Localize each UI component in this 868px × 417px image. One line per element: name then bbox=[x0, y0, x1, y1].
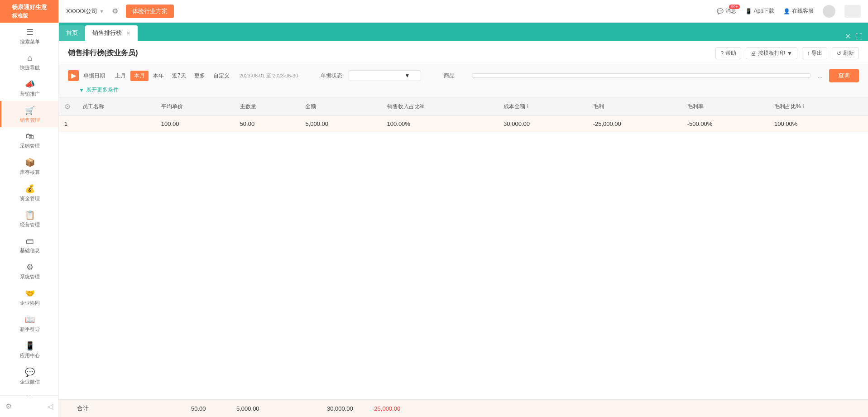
expand-filter-button[interactable]: ▶ bbox=[68, 70, 79, 81]
filter-row-1: ▶ 单据日期 上月 本月 本年 近7天 更多 自定义 2023-06-01 至 … bbox=[68, 69, 859, 82]
sidebar-label-8: 基础信息 bbox=[20, 247, 40, 254]
sidebar-label-5: 库存核算 bbox=[20, 169, 40, 176]
cell-qty: 50.00 bbox=[235, 116, 300, 132]
company-selector[interactable]: XXXXX公司 ▼ bbox=[66, 7, 104, 15]
sidebar-label-10: 企业协同 bbox=[20, 300, 40, 307]
goods-select[interactable] bbox=[472, 73, 811, 78]
sidebar-item-7[interactable]: 📋 经营管理 bbox=[0, 206, 58, 232]
status-chevron-icon: ▼ bbox=[404, 72, 410, 79]
refresh-icon: ↺ bbox=[837, 50, 841, 57]
sidebar-icon-5: 📦 bbox=[25, 158, 35, 168]
date-tab-this-month[interactable]: 本月 bbox=[130, 71, 149, 81]
page-header: 销售排行榜(按业务员) ? 帮助 🖨 按模板打印 ▼ ↑ 导出 bbox=[59, 41, 868, 64]
query-button[interactable]: 查询 bbox=[829, 69, 859, 82]
date-tab-7days[interactable]: 近7天 bbox=[168, 71, 190, 81]
sidebar-icon-13: 💬 bbox=[25, 367, 35, 377]
cell-gross-pct: 100.00% bbox=[769, 116, 868, 132]
user-menu[interactable] bbox=[844, 5, 861, 18]
sidebar-icon-7: 📋 bbox=[25, 210, 35, 220]
print-button[interactable]: 🖨 按模板打印 ▼ bbox=[746, 47, 797, 59]
tab-close-all-icon[interactable]: ✕ bbox=[845, 32, 851, 41]
sidebar-item-14[interactable]: V 畅会员 bbox=[0, 389, 58, 395]
filter-area: ▶ 单据日期 上月 本月 本年 近7天 更多 自定义 2023-06-01 至 … bbox=[59, 64, 868, 98]
sidebar-item-5[interactable]: 📦 库存核算 bbox=[0, 153, 58, 179]
footer-sales-pct bbox=[282, 405, 327, 412]
th-sales-pct: 销售收入占比% bbox=[382, 98, 499, 116]
settings-icon[interactable]: ⚙ bbox=[109, 5, 121, 18]
settings-footer-icon[interactable]: ⚙ bbox=[5, 402, 12, 411]
status-label: 单据状态 bbox=[321, 72, 344, 80]
tab-bar: 首页 销售排行榜 ✕ ✕ ⛶ bbox=[59, 23, 868, 41]
gross-pct-info-icon[interactable]: ℹ bbox=[802, 103, 805, 110]
sidebar-nav: ☰ 搜索菜单⌂ 快捷导航📣 营销推广🛒 销售管理🛍 采购管理📦 库存核算💰 资金… bbox=[0, 23, 58, 395]
sidebar-item-11[interactable]: 📖 新手引导 bbox=[0, 310, 58, 336]
date-tab-custom[interactable]: 自定义 bbox=[210, 71, 233, 81]
sidebar-item-13[interactable]: 💬 企业微信 bbox=[0, 363, 58, 389]
help-icon: ? bbox=[720, 50, 724, 57]
online-support-button[interactable]: 👤 在线客服 bbox=[783, 7, 814, 15]
refresh-button[interactable]: ↺ 刷新 bbox=[832, 47, 859, 59]
sidebar-item-2[interactable]: 📣 营销推广 bbox=[0, 75, 58, 101]
sidebar-label-2: 营销推广 bbox=[20, 91, 40, 97]
collapse-sidebar-icon[interactable]: ◁ bbox=[48, 402, 53, 411]
sidebar-item-10[interactable]: 🤝 企业协同 bbox=[0, 284, 58, 310]
print-icon: 🖨 bbox=[751, 50, 756, 57]
sidebar-item-3[interactable]: 🛒 销售管理 bbox=[0, 101, 58, 127]
page-inner: 销售排行榜(按业务员) ? 帮助 🖨 按模板打印 ▼ ↑ 导出 bbox=[59, 41, 868, 417]
export-label: 导出 bbox=[811, 49, 822, 57]
cost-info-icon[interactable]: ℹ bbox=[527, 103, 529, 110]
sidebar-item-8[interactable]: 🗃 基础信息 bbox=[0, 232, 58, 258]
sidebar-item-9[interactable]: ⚙ 系统管理 bbox=[0, 258, 58, 284]
print-label: 按模板打印 bbox=[758, 49, 785, 57]
tab-sales-ranking[interactable]: 销售排行榜 ✕ bbox=[85, 25, 138, 41]
sidebar-icon-6: 💰 bbox=[25, 184, 35, 194]
sidebar-item-0[interactable]: ☰ 搜索菜单 bbox=[0, 23, 58, 49]
avatar[interactable] bbox=[823, 5, 835, 18]
sidebar-icon-11: 📖 bbox=[25, 315, 35, 325]
trial-button[interactable]: 体验行业方案 bbox=[126, 5, 174, 18]
date-tab-last-month[interactable]: 上月 bbox=[111, 71, 129, 81]
page-actions: ? 帮助 🖨 按模板打印 ▼ ↑ 导出 ↺ 刷新 bbox=[715, 47, 859, 59]
messages-button[interactable]: 💬 消息 99+ bbox=[717, 7, 736, 15]
tab-home[interactable]: 首页 bbox=[59, 25, 85, 41]
print-chevron-icon: ▼ bbox=[787, 50, 792, 57]
export-button[interactable]: ↑ 导出 bbox=[802, 47, 827, 59]
th-amount: 全额 bbox=[300, 98, 381, 116]
tab-expand-icon[interactable]: ⛶ bbox=[855, 33, 863, 41]
column-settings-icon[interactable]: ⚙ bbox=[64, 103, 71, 110]
filter-row-2: ▼ 展开更多条件 bbox=[79, 84, 859, 96]
cell-cost: 30,000.00 bbox=[498, 116, 588, 132]
table-row: 1 100.00 50.00 5,000.00 100.00% 30,000.0… bbox=[59, 116, 868, 132]
sidebar-icon-0: ☰ bbox=[26, 27, 34, 37]
sidebar-item-1[interactable]: ⌂ 快捷导航 bbox=[0, 49, 58, 75]
cell-gross-rate: -500.00% bbox=[682, 116, 769, 132]
th-employee-name: 员工名称 bbox=[77, 98, 156, 116]
status-select[interactable]: ▼ bbox=[349, 70, 421, 81]
expand-more-conditions[interactable]: ▼ 展开更多条件 bbox=[79, 84, 859, 96]
footer-values: 50.00 5,000.00 30,000.00 -25,000.00 bbox=[146, 405, 863, 412]
sidebar-icon-10: 🤝 bbox=[25, 288, 35, 298]
table-footer: 合计 50.00 5,000.00 30,000.00 -25,000.00 bbox=[59, 399, 868, 417]
tab-bar-right: ✕ ⛶ bbox=[845, 32, 868, 41]
th-avg-price: 平均单价 bbox=[156, 98, 235, 116]
date-tab-this-year[interactable]: 本年 bbox=[149, 71, 168, 81]
cell-amount: 5,000.00 bbox=[300, 116, 381, 132]
tab-close-icon[interactable]: ✕ bbox=[126, 30, 130, 36]
help-button[interactable]: ? 帮助 bbox=[715, 47, 741, 59]
sidebar-item-4[interactable]: 🛍 采购管理 bbox=[0, 127, 58, 153]
app-download-button[interactable]: 📱 App下载 bbox=[745, 7, 774, 15]
tab-sales-ranking-label: 销售排行榜 bbox=[92, 29, 122, 37]
more-filters-icon[interactable]: ... bbox=[815, 72, 825, 79]
help-label: 帮助 bbox=[725, 49, 736, 57]
cell-name bbox=[77, 116, 156, 132]
download-icon: 📱 bbox=[745, 8, 752, 14]
date-tab-more[interactable]: 更多 bbox=[191, 71, 209, 81]
sidebar-item-12[interactable]: 📱 应用中心 bbox=[0, 336, 58, 363]
app-download-label: App下载 bbox=[754, 7, 774, 15]
expand-down-icon: ▼ bbox=[79, 87, 84, 93]
company-chevron-icon: ▼ bbox=[99, 9, 104, 14]
footer-avg-price bbox=[146, 405, 191, 412]
sidebar-item-6[interactable]: 💰 资金管理 bbox=[0, 179, 58, 206]
table-header-row: ⚙ 员工名称 平均单价 主数量 全额 销售收入占比% 成本全额ℹ 毛利 毛利率 … bbox=[59, 98, 868, 116]
online-support-label: 在线客服 bbox=[792, 7, 814, 15]
